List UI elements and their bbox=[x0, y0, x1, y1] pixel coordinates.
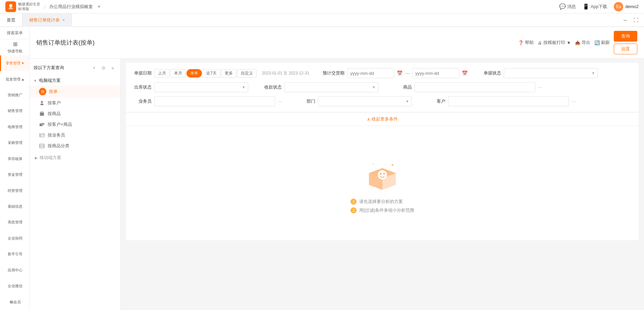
scheme-mobile-group-header[interactable]: ▶ 移动端方案 bbox=[30, 153, 120, 163]
tab-home[interactable]: 首页 bbox=[0, 13, 22, 27]
query-button[interactable]: 查询 bbox=[614, 31, 637, 42]
retail-arrow-icon: ▼ bbox=[21, 61, 24, 65]
date-btn-this-month[interactable]: 本月 bbox=[170, 69, 186, 78]
department-select[interactable] bbox=[318, 96, 412, 106]
calendar-end-icon[interactable]: 📅 bbox=[462, 70, 468, 76]
salesperson-label: 业务员 bbox=[131, 98, 152, 104]
delivery-status-select[interactable] bbox=[154, 82, 248, 92]
print-button[interactable]: 🖨 按模板打印 ▼ bbox=[538, 40, 571, 46]
salesperson-input[interactable] bbox=[154, 96, 275, 106]
page-area: 销售订单统计表(按单) ❓ 帮助 🖨 按模板打印 ▼ 📤 导出 bbox=[30, 27, 644, 310]
sidebar-item-sales[interactable]: 销售管理 bbox=[0, 103, 29, 119]
delivery-status-label: 出库状态 bbox=[131, 84, 152, 90]
expected-delivery-start-input[interactable] bbox=[347, 68, 394, 78]
date-label: 单据日期 bbox=[131, 70, 152, 76]
content-body: 按以下方案查询 ＋ ⊙ « ▼ 电脑端方案 按 按单 bbox=[30, 59, 644, 310]
tab-sales-order-stats[interactable]: 销售订单统计表 × bbox=[22, 13, 72, 27]
date-btn-more[interactable]: 更多 bbox=[221, 69, 236, 78]
empty-hints: 1 请先选择要分析的方案 2 用[过滤]条件来缩小分析范围 bbox=[351, 199, 414, 213]
sidebar-item-basic-info[interactable]: 基础信息 bbox=[0, 199, 29, 214]
scheme-item-circle-icon: 按 bbox=[39, 88, 46, 95]
date-btn-custom[interactable]: 自定义 bbox=[237, 69, 257, 78]
goods-more-icon[interactable]: ··· bbox=[538, 85, 542, 90]
hint-num-2: 2 bbox=[351, 207, 357, 213]
scheme-item-by-customer-goods[interactable]: 按客户+商品 bbox=[30, 119, 120, 130]
export-button[interactable]: 📤 导出 bbox=[575, 40, 590, 46]
breadcrumb[interactable]: 办公用品行业模拟账套 bbox=[49, 4, 93, 10]
settings-button[interactable]: 设置 bbox=[614, 44, 637, 54]
svg-rect-7 bbox=[40, 134, 44, 137]
quick-nav-icon: ⊞ bbox=[13, 41, 17, 47]
breadcrumb-arrow-icon: ▼ bbox=[97, 4, 101, 9]
salesperson-icon bbox=[39, 132, 45, 138]
messages-icon: 💬 bbox=[559, 3, 566, 10]
help-icon: ❓ bbox=[518, 40, 524, 45]
customer-goods-icon bbox=[39, 121, 45, 127]
scheme-pc-group: ▼ 电脑端方案 按 按单 按客户 bbox=[30, 75, 120, 151]
mobile-group-arrow-icon: ▶ bbox=[35, 156, 38, 160]
goods-input[interactable] bbox=[415, 82, 535, 92]
sidebar-item-purchase[interactable]: 采购管理 bbox=[0, 135, 29, 151]
page-title: 销售订单统计表(按单) bbox=[36, 39, 95, 51]
payment-status-select[interactable] bbox=[284, 82, 378, 92]
order-status-select[interactable] bbox=[504, 68, 598, 78]
collapse-label: 收起更多条件 bbox=[372, 116, 398, 122]
salesperson-more-icon[interactable]: ··· bbox=[278, 99, 282, 104]
sidebar-item-quick-nav[interactable]: ⊞ 快捷导航 bbox=[0, 39, 29, 55]
expected-delivery-end-input[interactable] bbox=[412, 68, 459, 78]
scheme-panel-header: 按以下方案查询 ＋ ⊙ « bbox=[30, 61, 120, 74]
svg-point-1 bbox=[8, 7, 13, 9]
svg-point-2 bbox=[41, 101, 43, 103]
svg-point-13 bbox=[378, 170, 387, 179]
sidebar-item-membership[interactable]: 畅会员 bbox=[0, 294, 29, 310]
svg-rect-6 bbox=[42, 123, 44, 125]
mobile-icon: 📱 bbox=[583, 3, 589, 10]
help-button[interactable]: ❓ 帮助 bbox=[518, 40, 534, 46]
date-btn-last-7days[interactable]: 近7天 bbox=[203, 69, 220, 78]
category-icon bbox=[39, 143, 45, 149]
sidebar-item-new-guide[interactable]: 新手引导 bbox=[0, 246, 29, 262]
tab-close-button[interactable]: × bbox=[62, 18, 65, 22]
scheme-item-by-order[interactable]: 按 按单 bbox=[30, 86, 120, 98]
scheme-item-by-goods[interactable]: 按商品 bbox=[30, 108, 120, 119]
scheme-item-by-customer[interactable]: 按客户 bbox=[30, 98, 120, 108]
filter-panel: 单据日期 上月 本月 本年 近7天 更多 自定义 2023-01-01 至 20… bbox=[121, 59, 644, 310]
page-header: 销售订单统计表(按单) ❓ 帮助 🖨 按模板打印 ▼ 📤 导出 bbox=[30, 27, 644, 59]
scheme-settings-button[interactable]: ⊙ bbox=[100, 64, 107, 71]
sidebar-item-system[interactable]: 系统管理 bbox=[0, 214, 29, 230]
sidebar-item-inventory[interactable]: 库存核算 bbox=[0, 151, 29, 167]
tab-maximize-button[interactable]: ⛶ bbox=[632, 16, 640, 24]
customer-more-icon[interactable]: ··· bbox=[572, 99, 576, 104]
sidebar-item-wechat[interactable]: 企业微信 bbox=[0, 278, 29, 294]
svg-rect-10 bbox=[40, 144, 44, 148]
calendar-start-icon[interactable]: 📅 bbox=[397, 70, 402, 76]
app-download-button[interactable]: 📱 App下载 bbox=[583, 3, 607, 10]
messages-button[interactable]: 💬 消息 bbox=[559, 3, 576, 10]
sidebar-item-retail[interactable]: 零售管理 ▼ bbox=[0, 55, 29, 71]
scheme-pc-group-header[interactable]: ▼ 电脑端方案 bbox=[30, 75, 120, 86]
sidebar-item-app-center[interactable]: 应用中心 bbox=[0, 262, 29, 278]
order-status-label: 单据状态 bbox=[481, 70, 501, 76]
scheme-item-by-salesperson[interactable]: 按业务员 bbox=[30, 130, 120, 141]
sidebar-item-marketing[interactable]: 营销推广 bbox=[0, 87, 29, 103]
refresh-button[interactable]: 🔄 刷新 bbox=[594, 40, 610, 46]
scheme-item-by-goods-category[interactable]: 按商品分类 bbox=[30, 141, 120, 151]
sidebar-item-enterprise[interactable]: 企业协同 bbox=[0, 230, 29, 246]
sidebar-item-ecommerce[interactable]: 电商管理 bbox=[0, 119, 29, 135]
sidebar-item-wholesale[interactable]: 批发管理 ▲ bbox=[0, 71, 29, 87]
scheme-panel: 按以下方案查询 ＋ ⊙ « ▼ 电脑端方案 按 按单 bbox=[30, 59, 121, 310]
tab-minimize-button[interactable]: ─ bbox=[621, 16, 629, 24]
user-menu[interactable]: Ea demo2 bbox=[614, 2, 639, 11]
tab-bar-actions: ─ ⛶ bbox=[621, 16, 644, 24]
svg-point-3 bbox=[40, 104, 44, 105]
collapse-bar[interactable]: ∧ 收起更多条件 bbox=[126, 112, 639, 125]
sidebar-item-operations[interactable]: 经营管理 bbox=[0, 183, 29, 198]
scheme-add-button[interactable]: ＋ bbox=[90, 64, 98, 71]
date-btn-this-year[interactable]: 本年 bbox=[186, 69, 202, 78]
search-menu-area[interactable]: 搜索菜单 bbox=[0, 27, 29, 39]
customer-input[interactable] bbox=[448, 96, 569, 106]
filter-row-3: 业务员 ··· 部门 ▼ 客户 bbox=[131, 96, 633, 106]
scheme-collapse-button[interactable]: « bbox=[109, 64, 116, 71]
sidebar-item-finance[interactable]: 资金管理 bbox=[0, 167, 29, 183]
date-btn-last-month[interactable]: 上月 bbox=[154, 69, 170, 78]
